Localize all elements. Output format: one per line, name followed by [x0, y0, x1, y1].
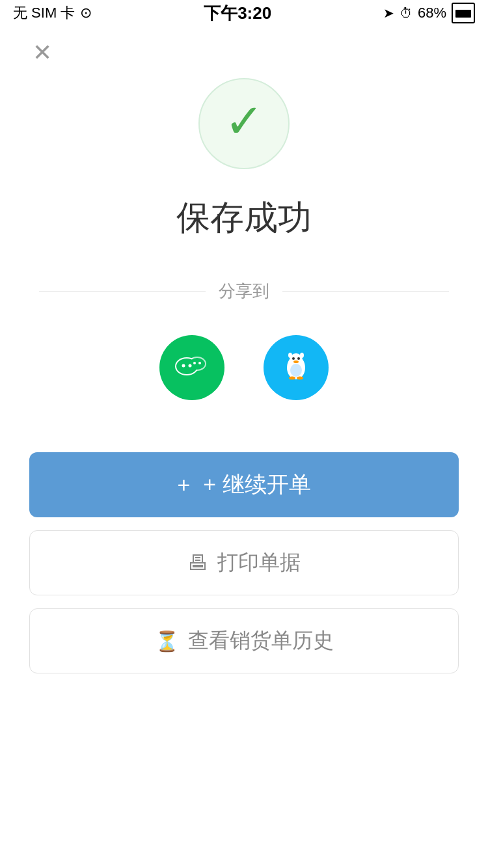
- svg-point-16: [288, 353, 292, 358]
- svg-point-7: [198, 362, 201, 364]
- close-icon: ✕: [33, 41, 52, 64]
- success-circle: ✓: [198, 78, 290, 169]
- svg-point-17: [300, 353, 304, 358]
- battery-icon: [452, 3, 475, 23]
- plus-icon: +: [177, 472, 190, 498]
- status-bar: 无 SIM 卡 ⊙ 下午3:20 ➤ ⏱ 68%: [0, 0, 488, 26]
- history-button[interactable]: ⏳ 查看销货单历史: [29, 608, 459, 673]
- wechat-share-button[interactable]: [159, 335, 224, 400]
- status-left: 无 SIM 卡 ⊙: [13, 3, 92, 23]
- divider-line-left: [39, 291, 206, 292]
- print-button[interactable]: 🖶 打印单据: [29, 530, 459, 595]
- continue-label: + 继续开单: [203, 470, 310, 500]
- share-divider: 分享到: [0, 280, 488, 303]
- qq-share-button[interactable]: [264, 335, 329, 400]
- success-title: 保存成功: [176, 195, 312, 241]
- clock-icon: ⏳: [155, 630, 179, 653]
- status-right: ➤ ⏱ 68%: [383, 3, 475, 23]
- share-icons: [159, 335, 329, 400]
- svg-point-10: [290, 364, 302, 377]
- printer-icon: 🖶: [187, 551, 208, 575]
- location-icon: ➤: [383, 5, 394, 21]
- battery-percent: 68%: [418, 5, 446, 21]
- qq-icon: [277, 348, 316, 387]
- svg-point-5: [189, 364, 192, 368]
- print-label: 打印单据: [217, 549, 301, 577]
- svg-point-12: [297, 357, 300, 360]
- sim-status: 无 SIM 卡: [13, 3, 75, 23]
- alarm-icon: ⏱: [400, 6, 413, 21]
- action-buttons: + + 继续开单 🖶 打印单据 ⏳ 查看销货单历史: [29, 452, 459, 673]
- history-label: 查看销货单历史: [188, 627, 334, 655]
- checkmark-icon: ✓: [224, 98, 264, 144]
- wifi-icon: ⊙: [80, 5, 92, 21]
- main-content: ✓ 保存成功 分享到: [0, 26, 488, 673]
- svg-point-11: [292, 357, 295, 360]
- svg-point-3: [189, 358, 205, 370]
- svg-point-4: [182, 364, 185, 368]
- wechat-icon: [172, 348, 211, 387]
- divider-line-right: [282, 291, 449, 292]
- svg-point-15: [297, 377, 303, 380]
- svg-point-6: [193, 362, 196, 364]
- share-label: 分享到: [206, 280, 282, 303]
- svg-point-14: [289, 377, 295, 380]
- continue-button[interactable]: + + 继续开单: [29, 452, 459, 517]
- svg-point-13: [293, 360, 299, 363]
- close-button[interactable]: ✕: [26, 36, 59, 69]
- status-time: 下午3:20: [204, 2, 271, 25]
